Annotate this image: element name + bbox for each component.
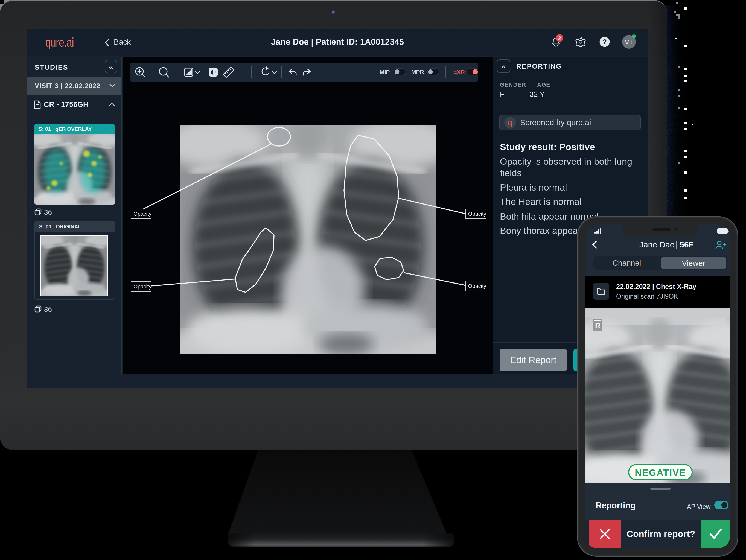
svg-text:Opacity: Opacity [468,283,486,289]
svg-text:?: ? [602,38,607,46]
svg-text:56F: 56F [680,240,694,249]
svg-text:|: | [676,240,678,249]
svg-text:Jane Dae: Jane Dae [639,240,675,249]
svg-text:VT: VT [625,38,633,46]
svg-text:Opacity: Opacity [134,284,151,290]
svg-text:Opacity: Opacity [468,211,486,217]
svg-text:Opacity: Opacity [134,211,151,217]
svg-text:2: 2 [558,35,561,41]
